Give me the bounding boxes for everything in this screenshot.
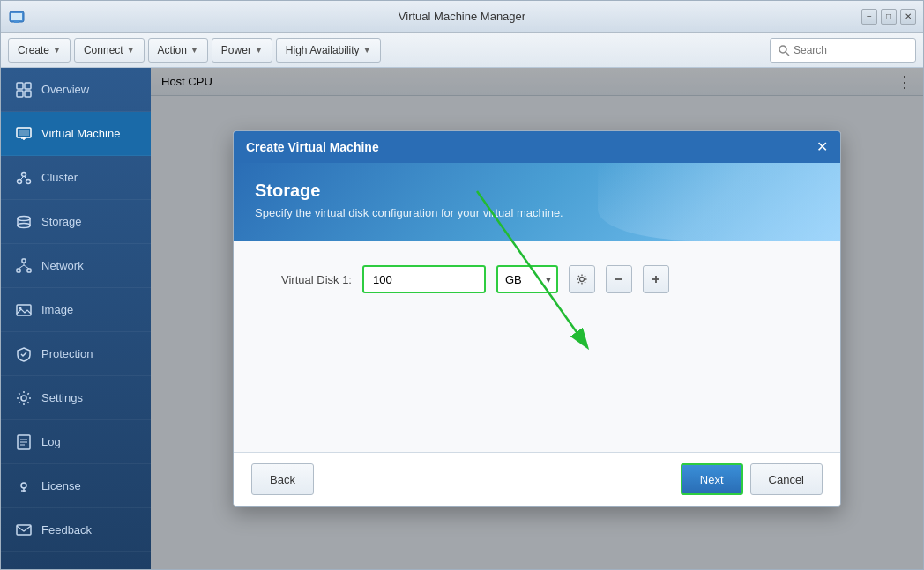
modal-title: Create Virtual Machine: [246, 140, 379, 154]
next-button[interactable]: Next: [681, 463, 743, 495]
cluster-icon: [15, 169, 33, 187]
network-icon: [15, 257, 33, 275]
sidebar-item-log[interactable]: Log: [1, 420, 151, 464]
sidebar: Overview Virtual Machine: [1, 68, 151, 569]
high-availability-button[interactable]: High Availability ▼: [276, 38, 381, 63]
svg-line-26: [19, 265, 24, 269]
sidebar-item-feedback[interactable]: Feedback: [1, 508, 151, 552]
sidebar-item-virtual-machine[interactable]: Virtual Machine: [1, 112, 151, 156]
virtual-disk-row: Virtual Disk 1: MB GB TB ▼: [255, 265, 819, 293]
svg-rect-8: [25, 91, 31, 97]
unit-select-wrapper: MB GB TB ▼: [496, 265, 558, 293]
settings-icon: [15, 389, 33, 407]
sidebar-label-license: License: [41, 479, 81, 492]
main-layout: Overview Virtual Machine: [1, 68, 923, 569]
svg-point-18: [18, 216, 30, 220]
virtual-disk-label: Virtual Disk 1:: [255, 273, 352, 286]
app-window: Virtual Machine Manager − □ ✕ Create ▼ C…: [0, 0, 924, 570]
sidebar-label-settings: Settings: [41, 391, 83, 404]
search-box[interactable]: [770, 38, 916, 63]
sidebar-item-network[interactable]: Network: [1, 244, 151, 288]
maximize-button[interactable]: □: [881, 9, 897, 25]
minimize-button[interactable]: −: [861, 9, 877, 25]
svg-rect-38: [17, 525, 31, 535]
unit-select[interactable]: MB GB TB: [496, 265, 558, 293]
log-icon: [15, 433, 33, 451]
sidebar-item-image[interactable]: Image: [1, 288, 151, 332]
create-arrow-icon: ▼: [53, 46, 61, 55]
sidebar-label-overview: Overview: [41, 83, 89, 96]
cancel-button[interactable]: Cancel: [750, 463, 823, 495]
sidebar-item-license[interactable]: License: [1, 464, 151, 508]
protection-icon: [15, 345, 33, 363]
connect-arrow-icon: ▼: [127, 46, 135, 55]
svg-point-30: [21, 396, 26, 401]
svg-rect-5: [17, 83, 23, 89]
feedback-icon: [15, 522, 33, 539]
sidebar-label-protection: Protection: [41, 347, 93, 360]
modal-body: Virtual Disk 1: MB GB TB ▼: [234, 241, 840, 452]
gear-icon: [576, 273, 588, 285]
svg-rect-28: [17, 305, 31, 315]
license-icon: [15, 477, 33, 495]
app-icon: [8, 8, 26, 26]
sidebar-item-overview[interactable]: Overview: [1, 68, 151, 112]
power-arrow-icon: ▼: [255, 46, 263, 55]
sidebar-item-cluster[interactable]: Cluster: [1, 156, 151, 200]
svg-rect-24: [27, 269, 31, 272]
image-icon: [15, 301, 33, 319]
svg-point-14: [18, 179, 22, 183]
search-input[interactable]: [794, 44, 908, 56]
sidebar-label-network: Network: [41, 259, 84, 272]
sidebar-label-vm: Virtual Machine: [41, 127, 120, 140]
virtual-disk-input[interactable]: [362, 265, 486, 293]
disk-settings-button[interactable]: [569, 265, 595, 293]
search-icon: [778, 44, 790, 56]
title-bar: Virtual Machine Manager − □ ✕: [1, 1, 923, 33]
sidebar-label-cluster: Cluster: [41, 171, 78, 184]
content-area: Host CPU ⋮ Create Virtual Machine ✕ Stor…: [151, 68, 923, 569]
modal-close-button[interactable]: ✕: [816, 140, 828, 154]
connect-button[interactable]: Connect ▼: [74, 38, 145, 63]
toolbar: Create ▼ Connect ▼ Action ▼ Power ▼ High…: [1, 33, 923, 68]
svg-point-3: [779, 46, 786, 53]
disk-remove-button[interactable]: [606, 265, 632, 293]
svg-rect-6: [25, 83, 31, 89]
overview-icon: [15, 81, 33, 99]
modal-banner: Storage Specify the virtual disk configu…: [234, 163, 840, 241]
create-button[interactable]: Create ▼: [8, 38, 71, 63]
plus-icon: [651, 274, 661, 285]
svg-point-21: [18, 223, 30, 227]
sidebar-label-log: Log: [41, 435, 61, 448]
sidebar-item-settings[interactable]: Settings: [1, 376, 151, 420]
modal-overlay: Create Virtual Machine ✕ Storage Specify…: [151, 68, 923, 569]
close-button[interactable]: ✕: [900, 9, 916, 25]
svg-line-4: [786, 52, 789, 56]
sidebar-label-storage: Storage: [41, 215, 82, 228]
action-button[interactable]: Action ▼: [148, 38, 208, 63]
storage-icon: [15, 213, 33, 231]
modal-banner-subtitle: Specify the virtual disk configuration f…: [255, 206, 819, 219]
modal-banner-title: Storage: [255, 181, 819, 201]
svg-rect-7: [17, 91, 23, 97]
vm-icon: [15, 125, 33, 143]
ha-arrow-icon: ▼: [363, 46, 371, 55]
power-button[interactable]: Power ▼: [212, 38, 272, 63]
svg-line-16: [20, 176, 24, 180]
svg-rect-1: [11, 13, 22, 20]
sidebar-label-feedback: Feedback: [41, 523, 92, 537]
modal-footer: Back Next Cancel: [234, 452, 840, 506]
create-vm-modal: Create Virtual Machine ✕ Storage Specify…: [233, 130, 841, 507]
sidebar-item-protection[interactable]: Protection: [1, 332, 151, 376]
window-controls: − □ ✕: [861, 9, 916, 25]
svg-rect-22: [22, 259, 26, 263]
back-button[interactable]: Back: [251, 463, 314, 495]
window-title: Virtual Machine Manager: [399, 10, 525, 23]
action-arrow-icon: ▼: [190, 46, 198, 55]
modal-header: Create Virtual Machine ✕: [234, 131, 840, 163]
disk-add-button[interactable]: [643, 265, 669, 293]
footer-right-buttons: Next Cancel: [681, 463, 823, 495]
sidebar-item-storage[interactable]: Storage: [1, 200, 151, 244]
svg-point-13: [22, 172, 26, 176]
svg-point-39: [580, 278, 585, 282]
